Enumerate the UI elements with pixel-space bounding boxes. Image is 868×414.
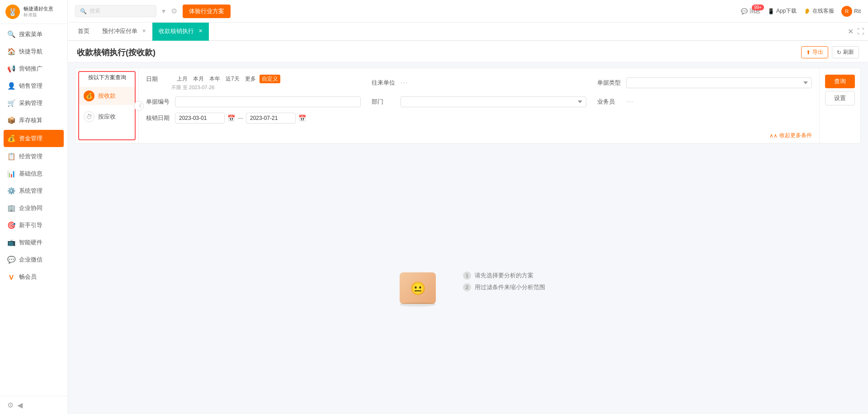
sidebar-item-wechat[interactable]: 💬 企业微信 bbox=[0, 251, 67, 268]
logo-subtitle: 标准版 bbox=[24, 12, 53, 18]
tab-receive[interactable]: 收款核销执行 ✕ bbox=[152, 23, 209, 41]
export-button[interactable]: ⬆ 导出 bbox=[801, 46, 828, 58]
shortcut-more[interactable]: 更多 bbox=[243, 75, 258, 83]
online-service-link[interactable]: 👂 在线客服 bbox=[804, 7, 834, 15]
app-download-icon: 📱 bbox=[768, 8, 774, 14]
sidebar-item-sales[interactable]: 👤 销售管理 bbox=[0, 77, 67, 95]
topbar-settings-icon[interactable]: ⚙ bbox=[171, 7, 177, 15]
filter-actions: 查询 设置 bbox=[819, 68, 860, 143]
page-header: 收款核销执行(按收款) ⬆ 导出 ↻ 刷新 bbox=[68, 41, 868, 62]
voucher-no-input[interactable] bbox=[175, 96, 361, 107]
sidebar-item-label: 经营管理 bbox=[19, 152, 42, 161]
voucher-type-select[interactable] bbox=[626, 77, 812, 88]
verify-date-end-input[interactable] bbox=[246, 113, 296, 124]
filter-counterparty-field: 往来单位 ··· bbox=[372, 75, 586, 91]
sidebar-item-quick-nav[interactable]: 🏠 快捷导航 bbox=[0, 43, 67, 60]
empty-box-icon: 😐 bbox=[400, 272, 436, 304]
filter-fields-grid: 日期 上月 本月 本年 近7天 更多 自定义 不限 至 2023-07-26 bbox=[139, 68, 819, 130]
sidebar-item-label: 新手引导 bbox=[19, 221, 42, 229]
tab-receive-close[interactable]: ✕ bbox=[198, 28, 203, 34]
step-1-num: 1 bbox=[463, 271, 471, 280]
date-sublabel: 不限 至 2023-07-26 bbox=[146, 84, 214, 91]
empty-face-icon: 😐 bbox=[410, 281, 426, 296]
expand-tab-icon[interactable]: ⛶ bbox=[857, 28, 864, 36]
guide-icon: 🎯 bbox=[7, 221, 15, 229]
department-select[interactable] bbox=[401, 96, 586, 107]
shortcut-this-month[interactable]: 本月 bbox=[191, 75, 206, 83]
shortcut-last-month[interactable]: 上月 bbox=[175, 75, 189, 83]
filter-voucher-type-field: 单据类型 bbox=[597, 75, 812, 91]
filter-date-field: 日期 上月 本月 本年 近7天 更多 自定义 不限 至 2023-07-26 bbox=[146, 75, 361, 91]
shortcut-this-year[interactable]: 本年 bbox=[208, 75, 222, 83]
tab-prepay-close[interactable]: ✕ bbox=[142, 28, 146, 34]
verify-date-start-input[interactable] bbox=[175, 113, 225, 124]
message-icon: 💬 bbox=[741, 8, 748, 14]
filter-option-by-receivable[interactable]: ⏱ 按应收 bbox=[79, 108, 135, 126]
sidebar-item-basic-info[interactable]: 📊 基础信息 bbox=[0, 165, 67, 182]
sidebar-collapse-button[interactable]: 《 bbox=[134, 101, 144, 111]
sidebar-item-label: 营销推广 bbox=[19, 65, 42, 73]
sidebar-item-finance[interactable]: 💰 资金管理 bbox=[4, 130, 64, 147]
industry-solution-button[interactable]: 体验行业方案 bbox=[183, 5, 231, 18]
settings-button[interactable]: 设置 bbox=[825, 91, 855, 105]
business-icon: 📋 bbox=[7, 152, 15, 161]
topbar-dropdown-icon[interactable]: ▾ bbox=[162, 7, 165, 15]
logo-title: 畅捷通好生意 bbox=[24, 5, 53, 12]
empty-illustration: 😐 bbox=[391, 259, 445, 304]
sidebar-item-search-menu[interactable]: 🔍 搜索菜单 bbox=[0, 26, 67, 43]
empty-texts: 1 请先选择要分析的方案 2 用过滤条件来缩小分析范围 bbox=[463, 271, 545, 291]
filter-panel: 按以下方案查询 💰 按收款 ⏱ 按应收 《 日期 bbox=[75, 68, 861, 143]
filter-department-field: 部门 bbox=[372, 96, 586, 107]
shortcut-7days[interactable]: 近7天 bbox=[224, 75, 241, 83]
receive-scheme-icon: 💰 bbox=[84, 90, 94, 101]
sidebar-item-hardware[interactable]: 📺 智能硬件 bbox=[0, 234, 67, 251]
user-profile[interactable]: R Rit bbox=[841, 6, 861, 17]
sidebar-item-business[interactable]: 📋 经营管理 bbox=[0, 148, 67, 165]
collapse-chevron-icon: ∧∧ bbox=[769, 133, 778, 139]
verify-date-separator: — bbox=[238, 115, 243, 121]
sidebar-item-member[interactable]: V 畅会员 bbox=[0, 268, 67, 286]
message-button[interactable]: 💬 消息 99+ bbox=[741, 7, 760, 15]
sidebar-item-enterprise[interactable]: 🏢 企业协同 bbox=[0, 200, 67, 217]
sidebar-item-label: 采购管理 bbox=[19, 99, 42, 107]
tab-prepay[interactable]: 预付冲应付单 ✕ bbox=[96, 23, 152, 41]
quick-nav-icon: 🏠 bbox=[7, 48, 15, 56]
topbar-search[interactable]: 🔍 搜索 bbox=[75, 5, 156, 17]
collapse-more-button[interactable]: ∧∧ 收起更多条件 bbox=[139, 130, 819, 143]
wechat-icon: 💬 bbox=[7, 256, 15, 264]
collapse-sidebar-icon[interactable]: ◀ bbox=[17, 401, 23, 409]
query-button[interactable]: 查询 bbox=[825, 75, 855, 88]
logo-icon: 🐰 bbox=[5, 5, 20, 19]
sidebar-item-inventory[interactable]: 📦 库存核算 bbox=[0, 112, 67, 129]
refresh-button[interactable]: ↻ 刷新 bbox=[832, 46, 859, 58]
close-tab-icon[interactable]: ✕ bbox=[848, 27, 854, 36]
employee-input[interactable]: ··· bbox=[626, 98, 633, 106]
sidebar-item-label: 快捷导航 bbox=[19, 48, 42, 56]
hardware-icon: 📺 bbox=[7, 238, 15, 247]
verify-date-start-calendar-icon[interactable]: 📅 bbox=[227, 114, 235, 122]
verify-date-end-calendar-icon[interactable]: 📅 bbox=[298, 114, 306, 122]
tab-home[interactable]: 首页 bbox=[71, 23, 96, 41]
shortcut-custom[interactable]: 自定义 bbox=[259, 75, 280, 83]
purchase-icon: 🛒 bbox=[7, 99, 15, 107]
app-download-link[interactable]: 📱 App下载 bbox=[768, 7, 797, 15]
sidebar-item-label: 搜索菜单 bbox=[19, 30, 42, 38]
online-service-label: 在线客服 bbox=[812, 7, 834, 15]
page-title: 收款核销执行(按收款) bbox=[77, 47, 156, 58]
counterparty-input[interactable]: ··· bbox=[401, 79, 408, 87]
filter-option-by-receive[interactable]: 💰 按收款 bbox=[79, 87, 135, 105]
enterprise-icon: 🏢 bbox=[7, 204, 15, 212]
sidebar-item-purchase[interactable]: 🛒 采购管理 bbox=[0, 95, 67, 112]
export-label: 导出 bbox=[812, 48, 823, 56]
empty-step-2: 2 用过滤条件来缩小分析范围 bbox=[463, 283, 545, 291]
department-label: 部门 bbox=[372, 98, 397, 106]
sidebar-item-guide[interactable]: 🎯 新手引导 bbox=[0, 217, 67, 234]
sidebar-item-marketing[interactable]: 📢 营销推广 bbox=[0, 60, 67, 77]
topbar: 🔍 搜索 ▾ ⚙ 体验行业方案 💬 消息 99+ 📱 App下载 👂 在线客服 … bbox=[68, 0, 868, 23]
topbar-right: 💬 消息 99+ 📱 App下载 👂 在线客服 R Rit bbox=[741, 6, 861, 17]
step-2-text: 用过滤条件来缩小分析范围 bbox=[475, 283, 545, 291]
sidebar-item-system[interactable]: ⚙️ 系统管理 bbox=[0, 182, 67, 200]
settings-bottom-icon[interactable]: ⚙ bbox=[7, 401, 14, 409]
sales-icon: 👤 bbox=[7, 82, 15, 90]
receivable-scheme-icon: ⏱ bbox=[84, 111, 94, 122]
